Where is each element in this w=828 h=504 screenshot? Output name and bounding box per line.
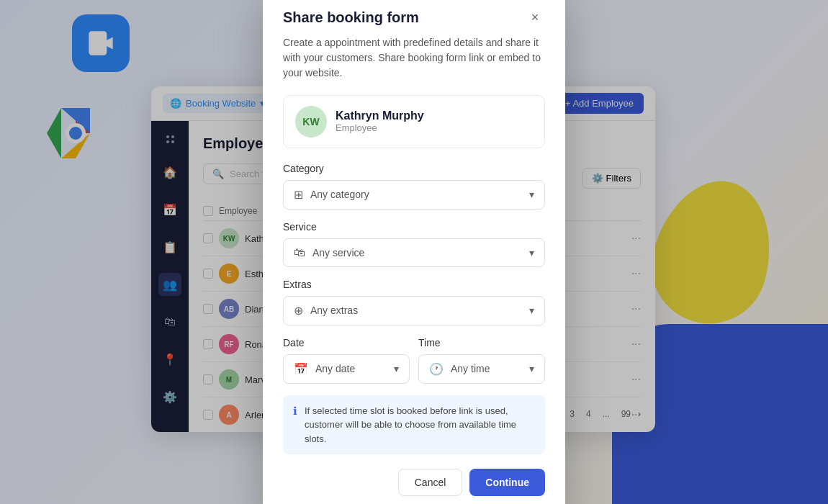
service-label: Service (283, 221, 545, 233)
date-value: Any date (315, 363, 355, 374)
employee-name: Kathryn Murphy (336, 109, 424, 122)
category-label: Category (283, 163, 545, 174)
extras-icon: ⊕ (294, 304, 303, 318)
continue-button[interactable]: Continue (469, 469, 545, 496)
date-select-left: 📅 Any date (294, 362, 355, 376)
modal-header: Share booking form × (283, 8, 545, 28)
modal-title: Share booking form (283, 9, 419, 26)
category-chevron-icon: ▾ (529, 189, 534, 200)
clock-icon: 🕐 (429, 362, 444, 376)
service-icon: 🛍 (294, 246, 305, 259)
extras-label: Extras (283, 279, 545, 290)
info-icon: ℹ (293, 405, 297, 418)
employee-info: Kathryn Murphy Employee (336, 109, 424, 133)
category-select-left: ⊞ Any category (294, 188, 369, 202)
extras-group: Extras ⊕ Any extras ▾ (283, 279, 545, 325)
extras-select[interactable]: ⊕ Any extras ▾ (283, 296, 545, 325)
service-value: Any service (312, 247, 364, 258)
extras-value: Any extras (310, 305, 358, 316)
category-group: Category ⊞ Any category ▾ (283, 163, 545, 210)
time-label: Time (418, 337, 545, 348)
employee-role: Employee (336, 122, 424, 133)
service-select[interactable]: 🛍 Any service ▾ (283, 238, 545, 267)
service-chevron-icon: ▾ (529, 247, 534, 258)
date-chevron-icon: ▾ (394, 363, 399, 374)
employee-avatar: KW (295, 106, 327, 138)
date-group: Date 📅 Any date ▾ (283, 337, 410, 384)
time-group: Time 🕐 Any time ▾ (418, 337, 545, 384)
modal-overlay: Share booking form × Create a appointmen… (0, 0, 828, 504)
time-value: Any time (451, 363, 490, 374)
share-booking-modal: Share booking form × Create a appointmen… (263, 0, 565, 504)
date-select[interactable]: 📅 Any date ▾ (283, 354, 410, 384)
extras-chevron-icon: ▾ (529, 305, 534, 316)
date-time-row: Date 📅 Any date ▾ Time 🕐 Any time ▾ (283, 337, 545, 384)
calendar-icon: 📅 (294, 362, 308, 376)
time-chevron-icon: ▾ (529, 363, 534, 374)
cancel-button[interactable]: Cancel (398, 469, 463, 496)
date-label: Date (283, 337, 410, 348)
extras-select-left: ⊕ Any extras (294, 304, 358, 318)
category-select[interactable]: ⊞ Any category ▾ (283, 180, 545, 210)
service-group: Service 🛍 Any service ▾ (283, 221, 545, 267)
category-value: Any category (310, 189, 369, 200)
modal-footer: Cancel Continue (283, 469, 545, 496)
service-select-left: 🛍 Any service (294, 246, 364, 259)
employee-card: KW Kathryn Murphy Employee (283, 95, 545, 148)
time-select-left: 🕐 Any time (429, 362, 490, 376)
info-box: ℹ If selected time slot is booked before… (283, 395, 545, 455)
close-button[interactable]: × (525, 8, 545, 28)
employee-initials: KW (302, 116, 319, 127)
info-text: If selected time slot is booked before l… (305, 404, 535, 446)
category-icon: ⊞ (294, 188, 303, 202)
time-select[interactable]: 🕐 Any time ▾ (418, 354, 545, 384)
modal-description: Create a appointment with predefined det… (283, 35, 545, 81)
